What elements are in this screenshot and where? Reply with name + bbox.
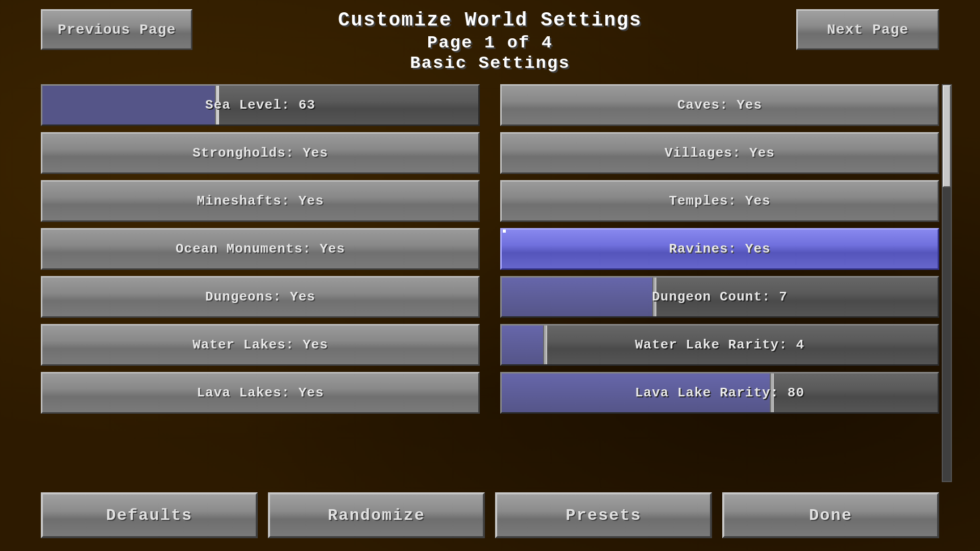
temples-label: Temples: Yes [669,193,770,209]
setting-caves[interactable]: Caves: Yes [500,84,939,126]
dungeons-label: Dungeons: Yes [205,289,315,305]
defaults-button[interactable]: Defaults [41,492,258,538]
header: Previous Page Customize World Settings P… [0,0,980,79]
presets-button[interactable]: Presets [495,492,712,538]
left-column: Sea Level: 63 Strongholds: Yes Mineshaft… [41,84,490,482]
setting-villages[interactable]: Villages: Yes [500,132,939,174]
scrollbar-track[interactable] [942,84,952,482]
mineshafts-label: Mineshafts: Yes [197,193,324,209]
bottom-toolbar: Defaults Randomize Presets Done [0,482,980,551]
caves-label: Caves: Yes [677,97,762,113]
setting-water-lake-rarity[interactable]: Water Lake Rarity: 4 [500,324,939,366]
ravines-label: Ravines: Yes [669,241,770,257]
next-page-button[interactable]: Next Page [796,9,939,50]
setting-ravines[interactable]: Ravines: Yes [500,228,939,270]
setting-strongholds[interactable]: Strongholds: Yes [41,132,480,174]
setting-temples[interactable]: Temples: Yes [500,180,939,222]
scrollbar-thumb[interactable] [943,85,951,187]
randomize-button[interactable]: Randomize [268,492,485,538]
ocean-monuments-label: Ocean Monuments: Yes [176,241,345,257]
setting-dungeon-count[interactable]: Dungeon Count: 7 [500,276,939,318]
prev-page-button[interactable]: Previous Page [41,9,192,50]
sea-level-label: Sea Level: 63 [42,97,478,113]
page-wrapper: Previous Page Customize World Settings P… [0,0,980,551]
strongholds-label: Strongholds: Yes [192,145,328,161]
lava-lake-rarity-label: Lava Lake Rarity: 80 [502,385,938,400]
setting-dungeons[interactable]: Dungeons: Yes [41,276,480,318]
setting-ocean-monuments[interactable]: Ocean Monuments: Yes [41,228,480,270]
setting-lava-lakes[interactable]: Lava Lakes: Yes [41,372,480,414]
page-subtitle: Basic Settings [0,54,980,73]
water-lake-rarity-label: Water Lake Rarity: 4 [502,337,938,353]
content-area: Sea Level: 63 Strongholds: Yes Mineshaft… [0,84,980,482]
done-button[interactable]: Done [722,492,939,538]
villages-label: Villages: Yes [665,145,775,161]
setting-sea-level[interactable]: Sea Level: 63 [41,84,480,126]
setting-lava-lake-rarity[interactable]: Lava Lake Rarity: 80 [500,372,939,414]
lava-lakes-label: Lava Lakes: Yes [197,385,324,400]
right-column: Caves: Yes Villages: Yes Temples: Yes Ra… [490,84,939,482]
dungeon-count-label: Dungeon Count: 7 [502,289,938,305]
setting-mineshafts[interactable]: Mineshafts: Yes [41,180,480,222]
water-lakes-label: Water Lakes: Yes [192,337,328,353]
setting-water-lakes[interactable]: Water Lakes: Yes [41,324,480,366]
